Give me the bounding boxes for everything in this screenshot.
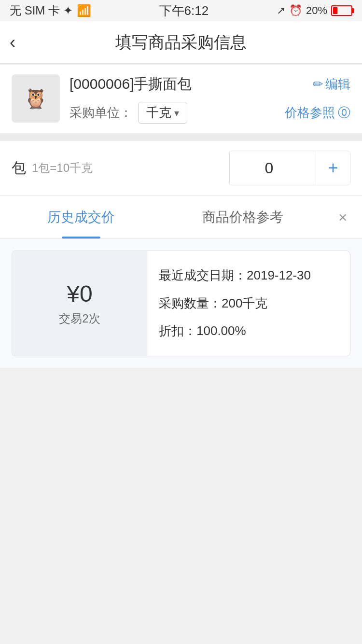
history-card: ¥0 交易2次 最近成交日期：2019-12-30 采购数量：200千克 折扣：… — [12, 251, 350, 356]
tab-history-label: 历史成交价 — [47, 208, 115, 226]
product-image: 🦉 — [12, 74, 60, 123]
back-button[interactable]: ‹ — [10, 32, 15, 53]
tab-header: 历史成交价 商品价格参考 × — [0, 196, 362, 239]
quantity-label-group: 包 1包=10千克 — [12, 158, 93, 178]
edit-icon: ✏ — [313, 77, 323, 92]
dropdown-arrow-icon: ▾ — [174, 107, 179, 119]
battery-icon — [331, 5, 352, 16]
unit-dropdown[interactable]: 千克 ▾ — [138, 102, 187, 124]
tab-active-indicator — [62, 237, 100, 238]
price-ref-label: 价格参照 — [285, 104, 335, 121]
history-quantity-row: 采购数量：200千克 — [159, 294, 338, 314]
history-price: ¥0 — [67, 280, 92, 307]
product-title-row: [0000006]手撕面包 ✏ 编辑 — [70, 74, 350, 94]
battery-percent: 20% — [306, 4, 327, 17]
price-ref-button[interactable]: 价格参照 ⓪ — [285, 104, 350, 121]
tab-close-button[interactable]: × — [323, 196, 362, 238]
history-discount-label: 折扣： — [159, 323, 196, 338]
status-bar-right: ↗ ⏰ 20% — [277, 4, 352, 17]
quantity-input-group: + — [229, 151, 350, 185]
quantity-sub-label: 1包=10千克 — [32, 160, 93, 176]
question-icon: ⓪ — [338, 104, 350, 121]
alarm-icon: ⏰ — [289, 4, 302, 17]
history-quantity: 200千克 — [222, 296, 267, 310]
status-bar-time: 下午6:12 — [159, 2, 209, 19]
history-recent-date: 2019-12-30 — [247, 268, 311, 282]
tab-history[interactable]: 历史成交价 — [0, 196, 162, 238]
tab-content: ¥0 交易2次 最近成交日期：2019-12-30 采购数量：200千克 折扣：… — [0, 239, 362, 368]
wifi-icon: 📶 — [77, 4, 91, 17]
purchase-unit-row: 采购单位： 千克 ▾ 价格参照 ⓪ — [70, 102, 350, 124]
product-info: [0000006]手撕面包 ✏ 编辑 采购单位： 千克 ▾ 价格参照 ⓪ — [70, 74, 350, 124]
edit-label: 编辑 — [325, 76, 350, 93]
section-divider — [0, 133, 362, 141]
status-bar: 无 SIM 卡 ✦ 📶 下午6:12 ↗ ⏰ 20% — [0, 0, 362, 21]
history-quantity-label: 采购数量： — [159, 296, 222, 310]
history-discount-row: 折扣：100.00% — [159, 321, 338, 341]
product-name: [0000006]手撕面包 — [70, 74, 192, 94]
tab-product-price-label: 商品价格参考 — [202, 208, 283, 226]
purchase-unit-label: 采购单位： — [70, 104, 132, 121]
quantity-plus-button[interactable]: + — [316, 151, 350, 185]
edit-button[interactable]: ✏ 编辑 — [313, 76, 350, 93]
history-recent-date-row: 最近成交日期：2019-12-30 — [159, 266, 338, 286]
tab-product-price[interactable]: 商品价格参考 — [162, 196, 323, 238]
history-recent-date-label: 最近成交日期： — [159, 268, 247, 282]
history-card-right: 最近成交日期：2019-12-30 采购数量：200千克 折扣：100.00% — [147, 251, 350, 356]
tab-section: 历史成交价 商品价格参考 × ¥0 交易2次 最近成交日期：2019-12-30… — [0, 196, 362, 368]
location-icon: ↗ — [277, 4, 285, 17]
nav-bar: ‹ 填写商品采购信息 — [0, 21, 362, 64]
product-row: 🦉 [0000006]手撕面包 ✏ 编辑 采购单位： 千克 ▾ — [12, 74, 350, 124]
product-section: 🦉 [0000006]手撕面包 ✏ 编辑 采购单位： 千克 ▾ — [0, 65, 362, 133]
quantity-input[interactable] — [229, 151, 316, 185]
purchase-unit-left: 采购单位： 千克 ▾ — [70, 102, 187, 124]
quantity-section: 包 1包=10千克 + — [0, 141, 362, 195]
product-thumbnail: 🦉 — [24, 87, 48, 110]
history-trades: 交易2次 — [59, 311, 100, 326]
sim-status: 无 SIM 卡 ✦ — [10, 3, 73, 18]
status-bar-left: 无 SIM 卡 ✦ 📶 — [10, 3, 91, 18]
unit-value: 千克 — [146, 104, 171, 121]
page-title: 填写商品采购信息 — [115, 31, 247, 54]
history-discount: 100.00% — [196, 323, 246, 338]
quantity-unit-label: 包 — [12, 158, 26, 178]
history-card-left: ¥0 交易2次 — [12, 251, 147, 356]
